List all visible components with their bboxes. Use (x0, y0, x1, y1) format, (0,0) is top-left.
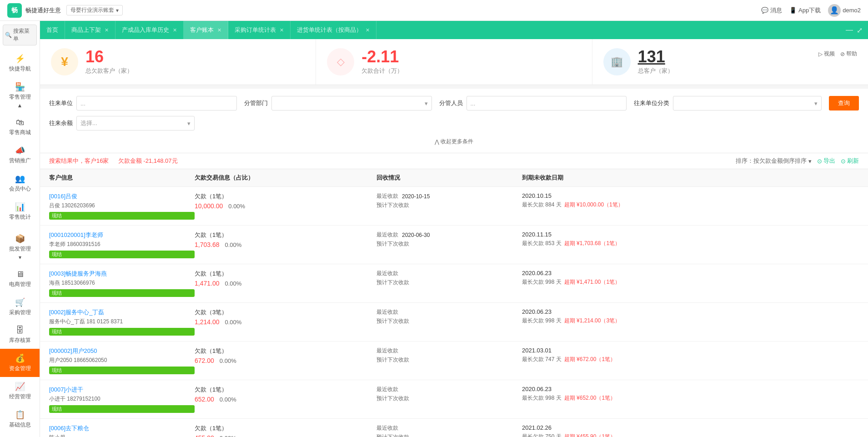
search-button[interactable]: 查询 (829, 96, 859, 111)
debt-percent-2: 0.00% (225, 241, 242, 248)
overdue-amount-5[interactable]: 超期 ¥672.00（1笔） (564, 356, 616, 363)
summary-card-total-customers: 🏢 131 总客户（家） ▷ 视频 ⊘ 帮助 (592, 39, 868, 85)
sidebar-item-inventory[interactable]: 🗄 库存核算 (0, 321, 40, 349)
operations-icon: 📈 (15, 382, 25, 392)
debt-amount-5: 672.00 (195, 357, 214, 364)
help-action[interactable]: ⊘ 帮助 (840, 50, 857, 58)
overdue-amount-3[interactable]: 超期 ¥1,471.00（1笔） (564, 278, 620, 286)
customer-info-6: [0007]小进干 小进干 18279152100 现结 (49, 386, 195, 413)
tab-customer-account[interactable]: 客户账本 ✕ (184, 21, 228, 39)
sidebar-search-button[interactable]: 🔍 搜索菜单 (3, 25, 37, 45)
collapse-label: 收起更多条件 (441, 138, 473, 146)
sidebar-item-ecommerce[interactable]: 🖥 电商管理 (0, 265, 40, 293)
main-layout: 🔍 搜索菜单 ⚡ 快捷导航 🏪 零售管理 ▲ 🛍 零售商城 📣 营销推广 👥 会… (0, 21, 868, 437)
debt-amount-1: 10,000.00 (195, 202, 223, 210)
sidebar-item-purchase[interactable]: 🛒 采购管理 (0, 293, 40, 321)
recovery-row-5b: 预计下次收款 (376, 356, 522, 364)
page-content: ¥ 16 总欠款客户（家） ◇ -2.11 欠款合计（万） (40, 39, 868, 437)
customer-info-7: [0006]去下粮仓 陈小册 现结 (49, 424, 195, 437)
sidebar-label-inventory: 库存核算 (9, 337, 31, 344)
overdue-days-5: 最长欠款 747 天 (522, 356, 562, 363)
company-select[interactable]: 母婴行业演示账套 ▾ (66, 5, 123, 15)
unit-class-select[interactable]: ▾ (673, 96, 822, 111)
refresh-button[interactable]: ⊙ 刷新 (841, 157, 859, 165)
overdue-date-4: 2020.06.23 (522, 308, 859, 315)
balance-dropdown-icon: ▾ (187, 120, 191, 127)
view-action[interactable]: ▷ 视频 (818, 50, 835, 58)
tab-home[interactable]: 首页 (40, 21, 65, 39)
balance-select[interactable]: 选择... ▾ (76, 116, 195, 131)
sidebar-item-operations[interactable]: 📈 经营管理 (0, 377, 40, 405)
from-unit-input[interactable]: ... (76, 96, 237, 111)
tab-product-offline[interactable]: 商品上下架 ✕ (65, 21, 115, 39)
table-row: [0006]去下粮仓 陈小册 现结 欠款（1笔） 455.90 0.00% 最 (40, 419, 868, 437)
recovery-info-4: 最近收款 预计下次收款 (376, 308, 522, 325)
user-action[interactable]: 👤 demo2 (828, 4, 861, 17)
recovery-info-5: 最近收款 预计下次收款 (376, 347, 522, 364)
tab-bar-collapse-icon[interactable]: — (846, 26, 853, 34)
table-row: [0002]服务中心_丁磊 服务中心_丁磊 181 0125 8371 现结 欠… (40, 303, 868, 342)
customer-name-3[interactable]: [0003]畅捷服务尹海燕 (49, 270, 195, 278)
debt-amount-info: -2.11 欠款合计（万） (361, 49, 403, 75)
debt-row-3: 1,471.00 0.00% (195, 280, 376, 287)
tab-close-product-offline[interactable]: ✕ (105, 27, 109, 33)
filter-dept: 分管部门 ▾ (244, 96, 432, 111)
manager-input[interactable]: ... (467, 96, 627, 111)
filter-row-2: 往来余额 选择... ▾ (49, 116, 859, 131)
customer-info-4: [0002]服务中心_丁磊 服务中心_丁磊 181 0125 8371 现结 (49, 308, 195, 336)
sidebar-item-member[interactable]: 👥 会员中心 (0, 169, 40, 197)
overdue-info-5: 2021.03.01 最长欠款 747 天 超期 ¥672.00（1笔） (522, 347, 859, 363)
app-download-action[interactable]: 📱 App下载 (789, 6, 821, 15)
filter-from-unit: 往来单位 ... (49, 96, 237, 111)
recent-date-2: 2020-06-30 (402, 232, 430, 238)
sidebar: 🔍 搜索菜单 ⚡ 快捷导航 🏪 零售管理 ▲ 🛍 零售商城 📣 营销推广 👥 会… (0, 21, 40, 437)
sidebar-item-system[interactable]: ⚙ 系统管理 (0, 433, 40, 437)
sort-button[interactable]: 排序：按欠款金额倒序排序 ▾ (736, 157, 812, 165)
message-action[interactable]: 💬 消息 (761, 6, 782, 15)
recent-label-2: 最近收款 (376, 231, 398, 239)
customer-name-5[interactable]: [000002]用户2050 (49, 347, 195, 355)
collapse-button[interactable]: ⋀ 收起更多条件 (435, 138, 473, 146)
customer-name-2[interactable]: [0001020001]李老师 (49, 231, 195, 239)
tab-product-instock[interactable]: 产成品入库单历史 ✕ (115, 21, 184, 39)
overdue-amount-2[interactable]: 超期 ¥1,703.68（1笔） (564, 240, 620, 247)
customer-name-1[interactable]: [0016]吕俊 (49, 192, 195, 201)
customer-name-4[interactable]: [0002]服务中心_丁磊 (49, 308, 195, 316)
debt-info-4: 欠款（3笔） 1,214.00 0.00% (195, 308, 376, 326)
customer-name-7[interactable]: [0006]去下粮仓 (49, 424, 195, 432)
overdue-amount-6[interactable]: 超期 ¥652.00（1笔） (564, 394, 616, 402)
overdue-amount-1[interactable]: 超期 ¥10,000.00（1笔） (564, 201, 623, 209)
help-label: 帮助 (846, 50, 857, 58)
sidebar-item-marketing[interactable]: 📣 营销推广 (0, 141, 40, 169)
tab-close-instock[interactable]: ✕ (173, 27, 177, 33)
sidebar-item-retail-stats[interactable]: 📊 零售统计 (0, 197, 40, 226)
customer-name-6[interactable]: [0007]小进干 (49, 386, 195, 394)
sidebar-item-basic-info[interactable]: 📋 基础信息 (0, 405, 40, 433)
card-top-actions: ▷ 视频 ⊘ 帮助 (818, 48, 857, 58)
sidebar-label-marketing: 营销推广 (9, 157, 31, 165)
sidebar-item-batch-mgmt[interactable]: 📦 批发管理 ▾ (0, 229, 40, 265)
tab-close-purchase-order[interactable]: ✕ (280, 27, 284, 33)
tab-purchase-order[interactable]: 采购订单统计表 ✕ (228, 21, 291, 39)
next-label-3: 预计下次收款 (376, 279, 409, 286)
result-bar: 搜索结果中，客户16家 欠款金额 -21,148.07元 排序：按欠款金额倒序排… (40, 153, 868, 169)
tab-close-instock-stats[interactable]: ✕ (366, 27, 370, 33)
tab-bar-expand-icon[interactable]: ⤢ (857, 26, 863, 35)
dept-select[interactable]: ▾ (271, 96, 432, 111)
tab-instock-stats[interactable]: 进货单统计表（按商品） ✕ (291, 21, 376, 39)
sidebar-item-retail-mall[interactable]: 🛍 零售商城 (0, 113, 40, 141)
sidebar-item-quick-nav[interactable]: ⚡ 快捷导航 (0, 49, 40, 77)
overdue-detail-5: 最长欠款 747 天 超期 ¥672.00（1笔） (522, 356, 859, 363)
overdue-days-3: 最长欠款 998 天 (522, 278, 562, 286)
overdue-amount-4[interactable]: 超期 ¥1,214.00（3笔） (564, 317, 620, 325)
tab-close-customer-account[interactable]: ✕ (217, 27, 221, 33)
sidebar-item-retail-mgmt[interactable]: 🏪 零售管理 ▲ (0, 77, 40, 113)
overdue-amount-7[interactable]: 超期 ¥455.90（1笔） (564, 433, 616, 437)
customer-detail-1: 吕俊 13026203696 (49, 202, 195, 210)
purchase-icon: 🛒 (15, 297, 25, 307)
sidebar-item-capital[interactable]: 💰 资金管理 (0, 349, 40, 377)
export-button[interactable]: ⊙ 导出 (817, 157, 835, 165)
customer-detail-6: 小进干 18279152100 (49, 395, 195, 403)
brand-name: 畅捷通好生意 (25, 6, 61, 15)
debt-title-1: 欠款（1笔） (195, 192, 376, 201)
